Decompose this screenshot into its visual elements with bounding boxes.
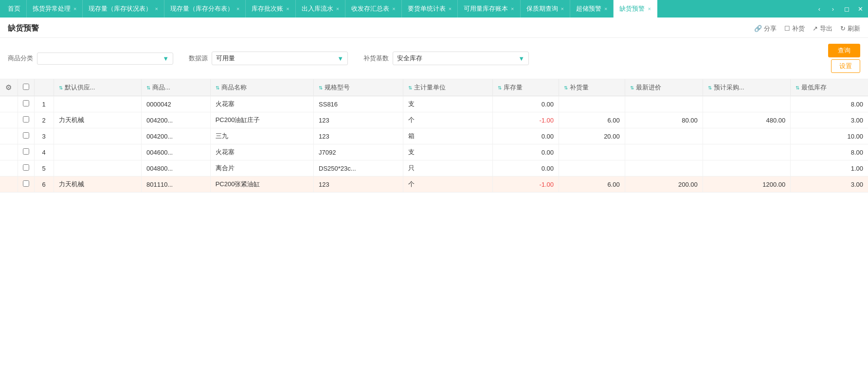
replenish-base-select[interactable]: 安全库存 ▼ (393, 52, 529, 65)
replenish-base-filter-group: 补货基数 安全库存 ▼ (363, 52, 529, 65)
tab-batch[interactable]: 库存批次账 × (246, 0, 295, 18)
tab-scroll-left[interactable]: ‹ (814, 3, 825, 15)
th-gear[interactable]: ⚙ (0, 79, 18, 96)
row-unit: 箱 (403, 128, 493, 144)
table-row: 2力天机械004200...PC200油缸庄子123个-1.006.0080.0… (0, 112, 868, 128)
tab-close-summary[interactable]: × (392, 6, 395, 12)
row-gear-cell (0, 176, 18, 193)
replenish-base-arrow-icon: ▼ (518, 55, 524, 62)
row-checkbox-cell[interactable] (18, 128, 34, 144)
th-est-purchase[interactable]: ⇅ 预计采购... (703, 79, 791, 96)
row-checkbox-cell[interactable] (18, 176, 34, 193)
tab-overstock[interactable]: 超储预警 × (570, 0, 614, 18)
th-code[interactable]: ⇅ 商品... (142, 79, 211, 96)
th-name[interactable]: ⇅ 商品名称 (210, 79, 313, 96)
refresh-button[interactable]: ↻ 刷新 (840, 24, 860, 33)
table-row: 3004200...三九123箱0.0020.0010.00 (0, 128, 868, 144)
row-checkbox-cell[interactable] (18, 160, 34, 176)
row-checkbox-cell[interactable] (18, 144, 34, 160)
settings-button[interactable]: 设置 (831, 59, 860, 73)
th-latest-price[interactable]: ⇅ 最新进价 (625, 79, 703, 96)
th-stock[interactable]: ⇅ 库存量 (493, 79, 559, 96)
row-checkbox[interactable] (23, 148, 29, 155)
row-latest-price: 80.00 (625, 112, 703, 128)
row-checkbox-cell[interactable] (18, 112, 34, 128)
row-stock: -1.00 (493, 112, 559, 128)
replenish-icon: ☐ (784, 25, 790, 32)
tab-close-batch[interactable]: × (286, 6, 289, 12)
tab-shortage[interactable]: 缺货预警 × (614, 0, 657, 18)
th-spec[interactable]: ⇅ 规格型号 (314, 79, 403, 96)
tab-close-all[interactable]: ✕ (854, 3, 866, 15)
row-latest-price (625, 128, 703, 144)
tab-close-overstock[interactable]: × (604, 6, 607, 12)
row-checkbox[interactable] (23, 164, 29, 171)
datasource-arrow-icon: ▼ (337, 55, 344, 62)
row-name: 火花塞 (210, 144, 313, 160)
tab-close-stock1[interactable]: × (155, 6, 158, 12)
row-checkbox-cell[interactable] (18, 96, 34, 112)
row-spec: DS250*23c... (314, 160, 403, 176)
query-button[interactable]: 查询 (828, 44, 860, 57)
tab-close-shortage[interactable]: × (648, 6, 651, 12)
main-content: 缺货预警 🔗 分享 ☐ 补货 ↗ 导出 ↻ 刷新 商品分类 (0, 18, 868, 387)
tab-close-pick[interactable]: × (73, 6, 76, 12)
row-min-stock: 3.00 (791, 112, 868, 128)
tab-close-stock2[interactable]: × (236, 6, 239, 12)
row-checkbox[interactable] (23, 100, 29, 106)
refresh-icon: ↻ (840, 25, 846, 32)
row-min-stock: 3.00 (791, 176, 868, 193)
row-supplier: 力天机械 (54, 176, 142, 193)
category-select[interactable]: ▼ (37, 53, 173, 65)
th-supplier[interactable]: ⇅ 默认供应... (54, 79, 142, 96)
row-gear-cell (0, 112, 18, 128)
tab-order[interactable]: 要货单统计表 × (402, 0, 458, 18)
share-button[interactable]: 🔗 分享 (754, 24, 777, 33)
row-checkbox[interactable] (23, 132, 29, 139)
row-min-stock: 8.00 (791, 144, 868, 160)
datasource-value: 可用量 (216, 54, 235, 63)
row-checkbox[interactable] (23, 180, 29, 187)
tab-summary[interactable]: 收发存汇总表 × (345, 0, 401, 18)
row-replenish: 6.00 (559, 176, 625, 193)
tab-close-expire[interactable]: × (561, 6, 564, 12)
header-actions: 🔗 分享 ☐ 补货 ↗ 导出 ↻ 刷新 (754, 24, 860, 33)
tab-restore[interactable]: ◻ (841, 3, 852, 15)
row-code: 004200... (142, 112, 211, 128)
row-num: 6 (34, 176, 54, 193)
row-supplier (54, 96, 142, 112)
page-title: 缺货预警 (8, 23, 39, 34)
th-unit[interactable]: ⇅ 主计量单位 (403, 79, 493, 96)
row-spec: 123 (314, 176, 403, 193)
row-name: PC200张紧油缸 (210, 176, 313, 193)
filter-row: 商品分类 ▼ 数据源 可用量 ▼ 补货基数 安全库存 ▼ 查询 设置 (0, 38, 868, 79)
tab-stock2[interactable]: 现存量（库存分布表） × (164, 0, 246, 18)
th-check[interactable] (18, 79, 34, 96)
export-button[interactable]: ↗ 导出 (813, 24, 832, 33)
tab-close-flow[interactable]: × (336, 6, 339, 12)
tab-flow[interactable]: 出入库流水 × (296, 0, 345, 18)
tab-close-avail[interactable]: × (511, 6, 514, 12)
th-replenish[interactable]: ⇅ 补货量 (559, 79, 625, 96)
tab-close-order[interactable]: × (449, 6, 452, 12)
replenish-button[interactable]: ☐ 补货 (784, 24, 805, 33)
row-code: 0000042 (142, 96, 211, 112)
datasource-select[interactable]: 可用量 ▼ (212, 52, 348, 65)
tab-stock1[interactable]: 现存量（库存状况表） × (83, 0, 164, 18)
tab-bar: 首页 拣货异常处理 × 现存量（库存状况表） × 现存量（库存分布表） × 库存… (0, 0, 868, 18)
select-all-checkbox[interactable] (23, 84, 29, 90)
row-gear-cell (0, 144, 18, 160)
sort-icon-min-stock: ⇅ (796, 85, 799, 90)
tab-scroll-right[interactable]: › (827, 3, 839, 15)
table-row: 4004600...火花塞J7092支0.008.00 (0, 144, 868, 160)
table-row: 6力天机械801110...PC200张紧油缸123个-1.006.00200.… (0, 176, 868, 193)
tab-expire[interactable]: 保质期查询 × (521, 0, 570, 18)
row-checkbox[interactable] (23, 116, 29, 123)
tab-avail[interactable]: 可用量库存账本 × (458, 0, 520, 18)
tab-home[interactable]: 首页 (2, 0, 27, 18)
th-min-stock[interactable]: ⇅ 最低库存 (791, 79, 868, 96)
tab-pick[interactable]: 拣货异常处理 × (27, 0, 83, 18)
row-unit: 支 (403, 96, 493, 112)
row-replenish: 6.00 (559, 112, 625, 128)
row-num: 3 (34, 128, 54, 144)
